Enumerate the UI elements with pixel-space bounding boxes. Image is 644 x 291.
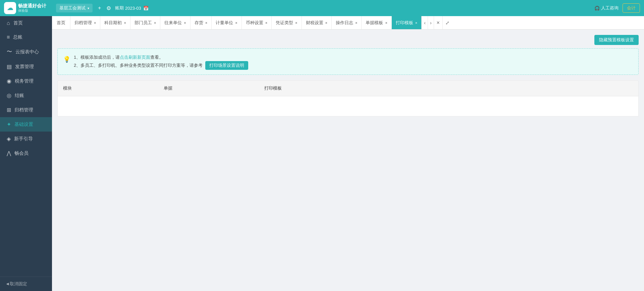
tab-period-init[interactable]: 科目期初 × xyxy=(100,16,130,29)
tax-icon: ◉ xyxy=(7,78,11,84)
sidebar-item-settings[interactable]: ✦ 基础设置 xyxy=(0,117,52,132)
sidebar-item-label: 云报表中心 xyxy=(15,49,39,55)
tab-label: 币种设置 xyxy=(246,20,263,26)
bulb-icon: 💡 xyxy=(63,54,70,65)
tab-bar: 首页 归档管理 × 科目期初 × 部门员工 × 往来单位 × 存货 × xyxy=(52,16,644,30)
tab-home-label: 首页 xyxy=(57,20,65,26)
sidebar-item-label: 畅会员 xyxy=(14,150,29,156)
member-icon: ⋀ xyxy=(7,150,11,156)
sidebar-item-label: 结账 xyxy=(15,93,24,99)
tab-unit[interactable]: 计量单位 × xyxy=(212,16,241,29)
tab-close-icon[interactable]: × xyxy=(205,21,207,25)
th-module: 模块 xyxy=(58,84,158,93)
tab-close-icon[interactable]: × xyxy=(385,21,387,25)
top-actions: + ⚙ xyxy=(97,4,112,13)
th-single: 单据 xyxy=(158,84,259,93)
tab-close-active-icon[interactable]: × xyxy=(415,21,417,25)
org-name: 基层工会测试 xyxy=(59,5,86,11)
scene-btn[interactable]: 打印场景设置说明 xyxy=(205,61,248,70)
tab-single-template[interactable]: 单据模板 × xyxy=(362,16,391,29)
tab-close-icon[interactable]: × xyxy=(235,21,237,25)
account-button[interactable]: 会计 xyxy=(623,3,640,13)
tab-label: 打印模板 xyxy=(396,20,413,26)
sidebar-item-reports[interactable]: 〜 云报表中心 xyxy=(0,44,52,59)
tab-tax-settings[interactable]: 财税设置 × xyxy=(302,16,332,29)
period-value: 2023-03 xyxy=(125,6,141,11)
page-content: 隐藏预置模板设置 💡 1、模板添加成功后，请点击刷新新页面查看。 2、多员工、多… xyxy=(52,30,644,291)
tab-close-icon[interactable]: × xyxy=(265,21,267,25)
org-selector[interactable]: 基层工会测试 ▾ xyxy=(56,4,93,12)
info-line1-post: 查看。 xyxy=(150,55,163,60)
home-icon: ⌂ xyxy=(7,20,10,26)
tab-close-icon[interactable]: × xyxy=(94,21,96,25)
chevron-down-icon: ▾ xyxy=(88,6,89,10)
logo-area: ☁ 畅捷通好会计 体验版 xyxy=(4,2,56,14)
sidebar-item-ledger[interactable]: ≡ 总账 xyxy=(0,30,52,44)
tab-home[interactable]: 首页 xyxy=(52,16,70,29)
content-area: 首页 归档管理 × 科目期初 × 部门员工 × 往来单位 × 存货 × xyxy=(52,16,644,291)
top-right: 🎧 人工咨询 会计 xyxy=(594,3,640,13)
sidebar-item-label: 税务管理 xyxy=(15,78,34,84)
logo-icon: ☁ xyxy=(4,2,16,14)
tab-close-icon[interactable]: × xyxy=(325,21,327,25)
period-info: 账期 2023-03 📅 xyxy=(115,5,148,11)
tab-label: 归档管理 xyxy=(74,20,92,26)
sidebar-item-closing[interactable]: ◎ 结账 xyxy=(0,88,52,103)
main-layout: ⌂ 首页 ≡ 总账 〜 云报表中心 ▤ 发票管理 ◉ 税务管理 ◎ 结账 ⊞ 归… xyxy=(0,16,644,291)
tab-next-button[interactable]: › xyxy=(428,16,434,29)
tab-close-icon[interactable]: × xyxy=(184,21,186,25)
tab-label: 单据模板 xyxy=(366,20,383,26)
info-box: 💡 1、模板添加成功后，请点击刷新新页面查看。 2、多员工、多打印机、多种业务类… xyxy=(57,48,639,75)
guide-icon: ◈ xyxy=(7,136,11,142)
settings-icon: ✦ xyxy=(7,121,11,128)
sidebar-item-label: 归档管理 xyxy=(14,107,33,113)
tab-close-icon[interactable]: × xyxy=(124,21,126,25)
tab-label: 计量单位 xyxy=(216,20,233,26)
headset-icon: 🎧 xyxy=(594,6,600,11)
tab-prev-button[interactable]: ‹ xyxy=(422,16,428,29)
tab-close-icon[interactable]: × xyxy=(355,21,357,25)
sidebar-item-label: 首页 xyxy=(13,20,23,26)
tab-print-template[interactable]: 打印模板 × xyxy=(392,16,422,29)
tab-label: 科目期初 xyxy=(104,20,122,26)
sidebar-item-guide[interactable]: ◈ 新手引导 xyxy=(0,132,52,146)
add-button[interactable]: + xyxy=(97,4,102,12)
logo-text: 畅捷通好会计 xyxy=(18,3,46,9)
tab-partner[interactable]: 往来单位 × xyxy=(160,16,190,29)
sidebar: ⌂ 首页 ≡ 总账 〜 云报表中心 ▤ 发票管理 ◉ 税务管理 ◎ 结账 ⊞ 归… xyxy=(0,16,52,291)
tab-label: 往来单位 xyxy=(164,20,182,26)
sidebar-item-home[interactable]: ⌂ 首页 xyxy=(0,16,52,30)
tab-archive[interactable]: 归档管理 × xyxy=(70,16,100,29)
tab-expand-button[interactable]: ⤢ xyxy=(442,16,452,29)
invoice-icon: ▤ xyxy=(7,63,12,70)
tab-dept-staff[interactable]: 部门员工 × xyxy=(130,16,160,29)
settings-icon[interactable]: ⚙ xyxy=(105,4,112,13)
tab-label: 财税设置 xyxy=(306,20,323,26)
sidebar-item-invoice[interactable]: ▤ 发票管理 xyxy=(0,59,52,74)
closing-icon: ◎ xyxy=(7,92,11,99)
logo-sub: 体验版 xyxy=(18,8,46,13)
tab-label: 存货 xyxy=(195,20,203,26)
refresh-link[interactable]: 点击刷新新页面 xyxy=(120,55,150,60)
sidebar-item-label: 新手引导 xyxy=(14,136,33,142)
tab-label: 凭证类型 xyxy=(276,20,293,26)
customer-service-button[interactable]: 🎧 人工咨询 xyxy=(594,5,619,11)
info-line-1: 1、模板添加成功后，请点击刷新新页面查看。 xyxy=(72,53,633,61)
tab-close-icon[interactable]: × xyxy=(154,21,156,25)
info-line-2: 2、多员工、多打印机、多种业务类型设置不同打印方案等，请参考 打印场景设置说明 xyxy=(72,61,633,70)
tab-op-log[interactable]: 操作日志 × xyxy=(332,16,362,29)
sidebar-item-label: 发票管理 xyxy=(15,64,34,70)
calendar-icon[interactable]: 📅 xyxy=(143,6,149,11)
sidebar-item-archive[interactable]: ⊞ 归档管理 xyxy=(0,103,52,117)
tab-currency[interactable]: 币种设置 × xyxy=(242,16,272,29)
tab-inventory[interactable]: 存货 × xyxy=(191,16,212,29)
sidebar-item-member[interactable]: ⋀ 畅会员 xyxy=(0,146,52,160)
tab-close-all-button[interactable]: × xyxy=(434,16,442,29)
hide-template-button[interactable]: 隐藏预置模板设置 xyxy=(594,35,639,45)
tab-voucher-type[interactable]: 凭证类型 × xyxy=(272,16,302,29)
sidebar-item-tax[interactable]: ◉ 税务管理 xyxy=(0,74,52,88)
tab-label: 操作日志 xyxy=(336,20,353,26)
cancel-fixed-button[interactable]: ◄取消固定 xyxy=(0,277,52,291)
top-bar: ☁ 畅捷通好会计 体验版 基层工会测试 ▾ + ⚙ 账期 2023-03 📅 🎧… xyxy=(0,0,644,16)
tab-close-icon[interactable]: × xyxy=(295,21,297,25)
